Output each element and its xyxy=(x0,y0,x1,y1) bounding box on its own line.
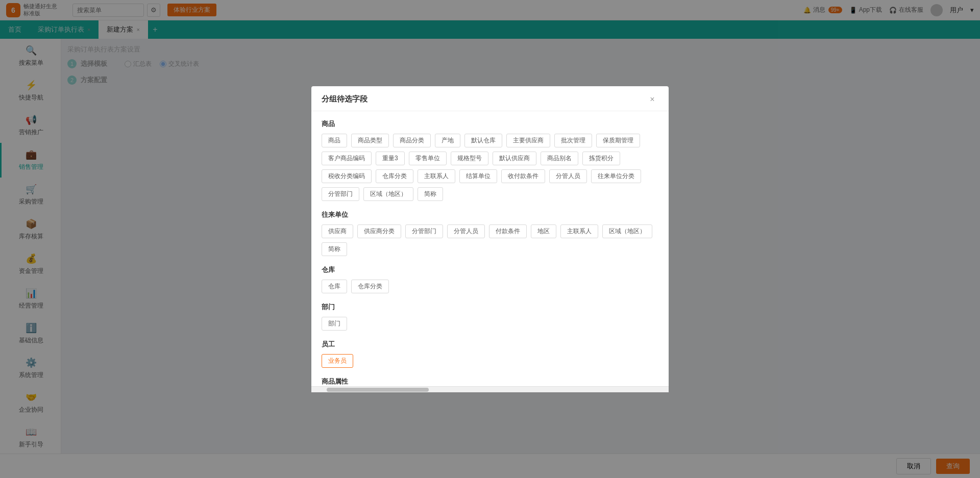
field-tag[interactable]: 供应商分类 xyxy=(357,224,401,238)
field-group-department-title: 部门 xyxy=(322,303,658,312)
field-tag[interactable]: 主要供应商 xyxy=(506,134,550,147)
field-group-product-attr-title: 商品属性 xyxy=(322,377,658,386)
modal-header: 分组待选字段 × xyxy=(311,86,669,111)
field-list-product: 商品 商品类型 商品分类 产地 默认仓库 主要供应商 批次管理 保质期管理 客户… xyxy=(322,134,658,201)
field-group-warehouse: 仓库 仓库 仓库分类 xyxy=(322,265,658,293)
field-tag[interactable]: 客户商品编码 xyxy=(322,152,372,165)
field-tag[interactable]: 分管部门 xyxy=(322,187,359,201)
field-group-product-title: 商品 xyxy=(322,119,658,129)
field-tag[interactable]: 产地 xyxy=(435,134,460,147)
field-tag[interactable]: 区域（地区） xyxy=(363,187,413,201)
field-tag[interactable]: 拣货积分 xyxy=(582,152,620,165)
field-group-partner-title: 往来单位 xyxy=(322,210,658,219)
modal-close-button[interactable]: × xyxy=(646,93,658,106)
field-tag[interactable]: 收付款条件 xyxy=(501,169,545,183)
field-group-employee-title: 员工 xyxy=(322,340,658,349)
field-tag[interactable]: 付款条件 xyxy=(489,224,527,238)
field-tag[interactable]: 主联系人 xyxy=(418,169,455,183)
field-tag[interactable]: 地区 xyxy=(531,224,556,238)
field-tag[interactable]: 结算单位 xyxy=(459,169,497,183)
field-tag[interactable]: 往来单位分类 xyxy=(591,169,641,183)
field-group-warehouse-title: 仓库 xyxy=(322,265,658,274)
field-group-product-attr: 商品属性 属性 颜色 多规格 尺码 鞋码 1 xyxy=(322,377,658,386)
field-group-department: 部门 部门 xyxy=(322,303,658,331)
modal-horizontal-scrollbar[interactable] xyxy=(311,386,669,392)
field-tag[interactable]: 分管部门 xyxy=(405,224,443,238)
field-tag[interactable]: 默认仓库 xyxy=(464,134,502,147)
field-tag[interactable]: 业务员 xyxy=(322,354,353,368)
modal-overlay: 分组待选字段 × 商品 商品 商品类型 商品分类 产地 默认仓库 主要供应商 批… xyxy=(0,0,980,478)
modal-body: 商品 商品 商品类型 商品分类 产地 默认仓库 主要供应商 批次管理 保质期管理… xyxy=(311,111,669,386)
field-list-department: 部门 xyxy=(322,317,658,331)
field-tag[interactable]: 简称 xyxy=(418,187,443,201)
modal-hscroll-thumb[interactable] xyxy=(327,388,429,392)
field-tag[interactable]: 商品 xyxy=(322,134,347,147)
field-tag[interactable]: 仓库分类 xyxy=(351,280,389,293)
field-tag[interactable]: 仓库分类 xyxy=(376,169,413,183)
field-tag[interactable]: 保质期管理 xyxy=(596,134,640,147)
field-group-product: 商品 商品 商品类型 商品分类 产地 默认仓库 主要供应商 批次管理 保质期管理… xyxy=(322,119,658,201)
field-list-warehouse: 仓库 仓库分类 xyxy=(322,280,658,293)
modal-title: 分组待选字段 xyxy=(322,94,368,104)
field-tag[interactable]: 重量3 xyxy=(376,152,405,165)
modal-dialog: 分组待选字段 × 商品 商品 商品类型 商品分类 产地 默认仓库 主要供应商 批… xyxy=(311,86,669,392)
field-tag[interactable]: 仓库 xyxy=(322,280,347,293)
field-list-employee: 业务员 xyxy=(322,354,658,368)
field-list-partner: 供应商 供应商分类 分管部门 分管人员 付款条件 地区 主联系人 区域（地区） … xyxy=(322,224,658,256)
field-group-employee: 员工 业务员 xyxy=(322,340,658,368)
field-tag[interactable]: 税收分类编码 xyxy=(322,169,372,183)
field-tag[interactable]: 供应商 xyxy=(322,224,353,238)
field-tag[interactable]: 部门 xyxy=(322,317,347,331)
field-tag[interactable]: 规格型号 xyxy=(451,152,488,165)
field-tag[interactable]: 默认供应商 xyxy=(493,152,536,165)
field-tag[interactable]: 商品类型 xyxy=(351,134,389,147)
field-tag[interactable]: 批次管理 xyxy=(554,134,592,147)
field-tag[interactable]: 主联系人 xyxy=(560,224,598,238)
field-tag[interactable]: 零售单位 xyxy=(409,152,447,165)
field-tag[interactable]: 分管人员 xyxy=(549,169,587,183)
field-tag[interactable]: 商品别名 xyxy=(541,152,578,165)
field-tag[interactable]: 分管人员 xyxy=(447,224,485,238)
field-group-partner: 往来单位 供应商 供应商分类 分管部门 分管人员 付款条件 地区 主联系人 区域… xyxy=(322,210,658,256)
field-tag[interactable]: 商品分类 xyxy=(393,134,431,147)
field-tag[interactable]: 简称 xyxy=(322,242,347,256)
field-tag[interactable]: 区域（地区） xyxy=(602,224,652,238)
